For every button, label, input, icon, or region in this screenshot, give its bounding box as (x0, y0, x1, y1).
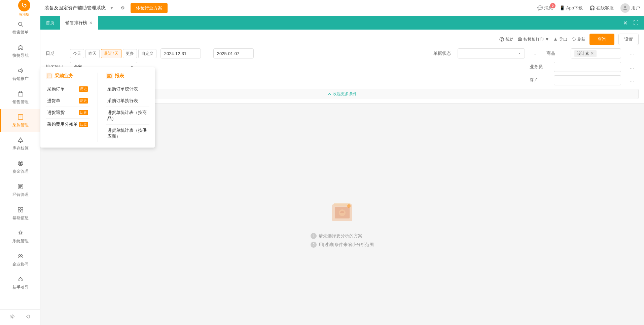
inventory-icon (16, 136, 25, 144)
search-icon (16, 20, 25, 28)
menu-divider (98, 73, 98, 142)
report-col-icon (106, 73, 113, 79)
date-btn-more[interactable]: 更多 (123, 49, 137, 58)
tab-sales-rank[interactable]: 销售排行榜 ✕ (60, 16, 98, 30)
menu-item-purchase-order[interactable]: 采购订单 历史 (46, 83, 90, 95)
tab-expand-btn[interactable]: ⛶ (632, 19, 640, 27)
salesman-ellipsis[interactable]: … (625, 65, 639, 70)
app-download-btn[interactable]: 📱 App下载 (560, 5, 583, 11)
sidebar-label-sales: 销售管理 (12, 99, 29, 105)
customer-label: 客户 (530, 77, 550, 83)
filter-toolbar: 帮助 按模板打印 ▼ (46, 34, 639, 45)
tab-home[interactable]: 首页 (40, 16, 60, 30)
svg-rect-19 (21, 210, 23, 212)
menu-item-incoming-return[interactable]: 进货退货 历史 (46, 107, 90, 119)
logo-area: 标准版 (4, 0, 44, 17)
empty-hint-2: 2 用[过滤]条件来缩小分析范围 (311, 242, 373, 248)
date-btn-7days[interactable]: 最近7天 (101, 49, 121, 58)
goods-ellipsis[interactable]: … (625, 51, 639, 56)
industry-btn[interactable]: 体验行业方案 (131, 3, 168, 13)
svg-point-2 (19, 22, 22, 26)
date-separator: — (205, 51, 209, 56)
sidebar-item-marketing[interactable]: 营销推广 (0, 63, 40, 86)
filter-row-1: 日期 今天 昨天 最近7天 更多 自定义 2024-12-31 — (46, 48, 639, 58)
newbie-icon (16, 275, 25, 283)
svg-point-1 (624, 6, 626, 8)
print-dropdown-icon: ▼ (545, 37, 549, 42)
refresh-btn[interactable]: 刷新 (571, 37, 585, 42)
sidebar-label-marketing: 营销推广 (12, 76, 29, 82)
logo-icon (18, 0, 30, 11)
goods-tag-remove[interactable]: ✕ (591, 51, 594, 56)
date-btn-today[interactable]: 今天 (70, 49, 84, 58)
svg-line-3 (22, 25, 23, 27)
history-badge-3: 历史 (79, 122, 88, 127)
date-btn-yesterday[interactable]: 昨天 (85, 49, 100, 58)
sidebar-item-newbie[interactable]: 新手引导 (0, 271, 40, 294)
customer-input[interactable] (554, 75, 621, 85)
menu-item-incoming-by-goods[interactable]: 进货单统计表（按商品） (106, 107, 150, 125)
sidebar-item-purchase[interactable]: 采购管理 (0, 109, 40, 132)
menu-item-incoming[interactable]: 进货单 历史 (46, 95, 90, 107)
query-btn[interactable]: 查询 (589, 34, 614, 45)
sidebar-label-quick-nav: 快捷导航 (12, 53, 29, 58)
purchase-dropdown-menu: 采购业务 采购订单 历史 进货单 历史 进货退货 历史 采购费用分摊单 历史 (40, 67, 155, 148)
menu-item-purchase-order-report[interactable]: 采购订单统计表 (106, 83, 150, 95)
menu-item-purchase-expense[interactable]: 采购费用分摊单 历史 (46, 119, 90, 130)
report-col: 报表 采购订单统计表 采购订单执行表 进货单统计表（按商品） 进货单统计表（按供… (106, 73, 150, 142)
system-title: 装备及固定资产辅助管理系统 (44, 5, 106, 11)
settings-bottom-btn[interactable] (9, 314, 15, 321)
date-btn-custom[interactable]: 自定义 (138, 49, 156, 58)
salesman-input[interactable] (554, 62, 621, 72)
menu-item-purchase-order-exec[interactable]: 采购订单执行表 (106, 95, 150, 107)
tab-close-btn[interactable]: ✕ (621, 19, 629, 27)
goods-input[interactable]: 设计素 ✕ (571, 48, 621, 58)
purchase-icon (16, 113, 25, 121)
tab-close-icon[interactable]: ✕ (89, 21, 93, 25)
notification-btn[interactable]: 💬 消息 5 (537, 5, 553, 11)
help-btn[interactable]: 帮助 (499, 37, 513, 42)
bill-status-label: 单据状态 (433, 50, 454, 56)
gear-icon[interactable]: ⚙ (118, 3, 128, 13)
settings-btn[interactable]: 设置 (618, 34, 639, 45)
export-btn[interactable]: 导出 (553, 37, 567, 42)
salesman-label: 业务员 (530, 64, 550, 70)
system-title-area: 装备及固定资产辅助管理系统 ▼ ⚙ 体验行业方案 (44, 3, 537, 13)
goods-label: 商品 (546, 50, 567, 56)
title-dropdown-icon[interactable]: ▼ (108, 5, 115, 11)
purchase-col: 采购业务 采购订单 历史 进货单 历史 进货退货 历史 采购费用分摊单 历史 (46, 73, 90, 142)
sidebar-item-enterprise[interactable]: 企业协同 (0, 248, 40, 271)
tab-sales-rank-label: 销售排行榜 (65, 20, 87, 26)
sidebar-item-inventory[interactable]: 库存核算 (0, 132, 40, 155)
svg-point-35 (347, 204, 351, 208)
online-service-btn[interactable]: 🎧 在线客服 (589, 5, 614, 11)
tab-bar: 首页 销售排行榜 ✕ ✕ ⛶ (40, 16, 644, 30)
hint-num-1: 1 (311, 233, 317, 239)
home-icon (16, 43, 25, 51)
megaphone-icon (16, 67, 25, 75)
sidebar-item-basic-info[interactable]: 基础信息 (0, 202, 40, 225)
svg-point-21 (19, 255, 21, 256)
bill-status-input[interactable] (458, 48, 525, 58)
sidebar-label-basic-info: 基础信息 (12, 215, 29, 221)
collapse-sidebar-btn[interactable] (25, 314, 31, 321)
date-input[interactable]: 2024-12-31 (160, 48, 201, 58)
sidebar-item-sales[interactable]: 销售管理 (0, 86, 40, 109)
goods-tag: 设计素 ✕ (574, 50, 597, 57)
sidebar-item-operations[interactable]: 经营管理 (0, 178, 40, 202)
sidebar-item-search[interactable]: 搜索菜单 (0, 16, 40, 39)
bill-status-ellipsis[interactable]: … (529, 51, 542, 56)
user-btn[interactable]: 用户 (620, 3, 640, 13)
date-label: 日期 (46, 50, 66, 56)
print-template-btn[interactable]: 按模板打印 ▼ (517, 37, 549, 42)
sidebar-item-quick-nav[interactable]: 快捷导航 (0, 39, 40, 63)
date-to-input[interactable]: 2025-01-07 (213, 48, 254, 58)
sidebar-item-finance[interactable]: 资金管理 (0, 155, 40, 178)
svg-rect-28 (519, 40, 521, 41)
sidebar-label-inventory: 库存核算 (12, 146, 29, 151)
menu-item-incoming-by-supplier[interactable]: 进货单统计表（按供应商） (106, 125, 150, 142)
sidebar-item-system[interactable]: 系统管理 (0, 225, 40, 248)
customer-ellipsis[interactable]: … (625, 78, 639, 83)
sidebar-label-operations: 经营管理 (12, 192, 29, 198)
svg-point-23 (11, 316, 13, 318)
